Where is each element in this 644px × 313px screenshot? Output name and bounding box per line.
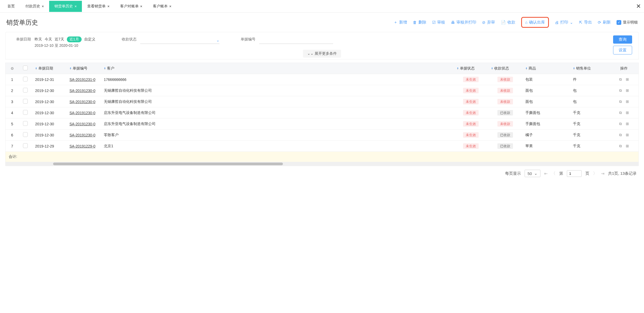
view-icon[interactable]: ⧉ — [618, 77, 623, 82]
view-icon[interactable]: ⧉ — [618, 144, 623, 149]
docno-link[interactable]: SA-20191230-0 — [69, 89, 95, 93]
tab-close-icon[interactable]: × — [169, 4, 171, 8]
cell-customer: 17666666666 — [101, 74, 454, 85]
col-unit[interactable]: ▲▼销售单位 — [570, 63, 609, 74]
row-checkbox[interactable] — [23, 132, 28, 137]
date-chip[interactable]: 自定义 — [84, 37, 95, 42]
cell-date: 2019-12-31 — [32, 74, 66, 85]
cell-unit: 千克 — [570, 130, 609, 141]
more-icon[interactable]: ⊞ — [625, 133, 630, 137]
tab-close-icon[interactable]: × — [140, 4, 142, 8]
refresh-icon: ⟳ — [598, 20, 601, 25]
row-number: 6 — [6, 130, 19, 141]
refresh-button[interactable]: ⟳ 刷新 — [598, 20, 611, 25]
col-product[interactable]: ▲▼商品 — [522, 63, 570, 74]
add-button[interactable]: ＋ 新增 — [394, 20, 407, 25]
confirm-out-button[interactable]: ⌂ 确认出库 — [521, 17, 549, 28]
delete-button[interactable]: 🗑 删除 — [413, 20, 426, 25]
tab-2[interactable]: 销货单历史× — [49, 1, 82, 12]
docno-link[interactable]: SA-20191229-0 — [69, 144, 95, 148]
tab-0[interactable]: 首页 — [2, 1, 20, 12]
col-doc-status[interactable]: ▲▼单据状态 — [454, 63, 488, 74]
export-button[interactable]: ⇱ 导出 — [579, 20, 592, 25]
more-icon[interactable]: ⊞ — [625, 144, 630, 149]
horizontal-scrollbar[interactable] — [6, 162, 638, 166]
tab-4[interactable]: 客户对账单× — [115, 1, 148, 12]
cell-product: 面包 — [522, 96, 570, 107]
tab-1[interactable]: 付款历史× — [20, 1, 49, 12]
tab-close-icon[interactable]: × — [107, 4, 109, 8]
receipt-icon: 📄 — [501, 20, 506, 25]
cell-product: 苹果 — [522, 141, 570, 152]
settings-button[interactable]: 设置 — [613, 46, 632, 54]
docno-link[interactable]: SA-20191231-0 — [69, 77, 95, 82]
doc-status-badge: 未生效 — [463, 110, 479, 116]
row-checkbox[interactable] — [23, 99, 28, 104]
close-all-tabs-icon[interactable]: ✕ — [636, 3, 641, 10]
prev-page-icon[interactable]: 〈 — [551, 171, 556, 176]
doc-status-badge: 未生效 — [463, 99, 479, 104]
next-page-icon[interactable]: 〉 — [593, 171, 597, 176]
print-button[interactable]: 🖨 打印 ⌄ — [555, 20, 573, 25]
audit-label: 审核 — [437, 20, 445, 25]
date-chip[interactable]: 昨天 — [35, 37, 42, 42]
first-page-icon[interactable]: ⇤ — [544, 171, 548, 176]
data-table: ⚙ ▲▼单据日期 ▲▼单据编号 ▲▼客户 ▲▼单据状态 ▲▼收款状态 ▲▼商品 … — [5, 63, 639, 166]
date-chip[interactable]: 近7天 — [55, 37, 64, 42]
date-chip[interactable]: 近1月 — [67, 36, 82, 42]
tab-close-icon[interactable]: × — [74, 4, 77, 8]
status-select[interactable]: ⌄ — [140, 36, 220, 44]
per-page-select[interactable]: 50 ⌄ — [525, 170, 540, 177]
row-checkbox[interactable] — [23, 88, 28, 93]
row-checkbox[interactable] — [23, 143, 28, 148]
tab-3[interactable]: 查看销货单× — [82, 1, 115, 12]
cell-unit: 千克 — [570, 141, 609, 152]
row-checkbox[interactable] — [23, 121, 28, 126]
col-customer[interactable]: ▲▼客户 — [101, 63, 454, 74]
show-detail-toggle[interactable]: ✓ 显示明细 — [617, 20, 638, 25]
col-docno[interactable]: ▲▼单据编号 — [66, 63, 101, 74]
query-button[interactable]: 查询 — [613, 35, 632, 44]
docno-link[interactable]: SA-20191230-0 — [69, 133, 95, 137]
last-page-icon[interactable]: ⇥ — [601, 171, 604, 176]
audit-print-button[interactable]: 🖶 审核并打印 — [451, 20, 476, 25]
page-input[interactable] — [567, 170, 582, 177]
docno-link[interactable]: SA-20191230-0 — [69, 100, 95, 104]
filter-bar: 单据日期 昨天今天近7天近1月自定义 2019-12-10 至 2020-01-… — [5, 32, 639, 59]
more-icon[interactable]: ⊞ — [625, 99, 630, 104]
expand-label: 展开更多条件 — [315, 51, 337, 56]
more-icon[interactable]: ⊞ — [625, 77, 630, 82]
view-icon[interactable]: ⧉ — [618, 88, 623, 93]
page-label-post: 页 — [585, 171, 589, 176]
unaudit-button[interactable]: ⊘ 弃审 — [482, 20, 495, 25]
gear-icon[interactable]: ⚙ — [11, 66, 14, 71]
row-checkbox[interactable] — [23, 77, 28, 81]
view-icon[interactable]: ⧉ — [618, 111, 623, 115]
pay-status-badge: 已收款 — [497, 143, 513, 149]
audit-button[interactable]: ☑ 审核 — [432, 20, 445, 25]
view-icon[interactable]: ⧉ — [618, 133, 623, 137]
docno-link[interactable]: SA-20191230-0 — [69, 111, 95, 115]
cell-customer: 启东升亚电气设备制造有限公司 — [101, 118, 454, 130]
view-icon[interactable]: ⧉ — [618, 122, 623, 126]
expand-conditions-button[interactable]: ⌄⌄ 展开更多条件 — [303, 50, 341, 58]
tab-5[interactable]: 客户账本× — [148, 1, 177, 12]
select-all-checkbox[interactable] — [23, 66, 28, 70]
view-icon[interactable]: ⧉ — [618, 99, 623, 104]
more-icon[interactable]: ⊞ — [625, 111, 630, 115]
col-pay-status[interactable]: ▲▼收款状态 — [488, 63, 522, 74]
tab-close-icon[interactable]: × — [42, 4, 44, 8]
more-icon[interactable]: ⊞ — [625, 88, 630, 93]
date-chip[interactable]: 今天 — [45, 37, 52, 42]
row-checkbox[interactable] — [23, 110, 28, 115]
receipt-button[interactable]: 📄 收款 — [501, 20, 515, 25]
col-date[interactable]: ▲▼单据日期 — [32, 63, 66, 74]
tabs-bar: 首页付款历史×销货单历史×查看销货单×客户对账单×客户账本× ✕ — [0, 0, 644, 13]
docno-link[interactable]: SA-20191230-0 — [69, 122, 95, 126]
unaudit-label: 弃审 — [487, 20, 495, 25]
cell-date: 2019-12-30 — [32, 85, 66, 96]
more-icon[interactable]: ⊞ — [625, 122, 630, 126]
row-number: 7 — [6, 141, 19, 152]
docno-input[interactable] — [259, 36, 333, 44]
cell-product: 手撕面包 — [522, 107, 570, 118]
